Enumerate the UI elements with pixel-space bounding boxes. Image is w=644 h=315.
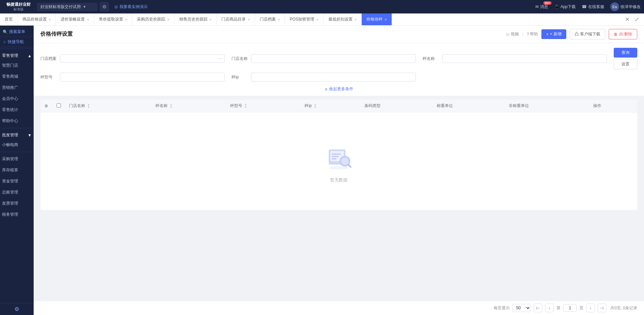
close-icon[interactable]: × <box>125 18 127 22</box>
sidebar-item-marketing[interactable]: 营销推广 <box>0 82 34 93</box>
help-link[interactable]: ? 帮助 <box>527 31 538 37</box>
message-button[interactable]: ✉ 消息 99+ <box>535 4 548 10</box>
filter-scale-name-label: 秤名称 <box>423 56 439 62</box>
sidebar-item-finance[interactable]: 资金管理 <box>0 176 34 187</box>
th-non-weight-unit: 非称重单位 <box>505 100 589 112</box>
expand-tab-button[interactable]: ⤢ <box>632 15 641 24</box>
video-link[interactable]: ▷ 视频 <box>507 31 519 37</box>
tab-sale-history[interactable]: 销售历史价跟踪 × <box>175 13 217 26</box>
app-download-button[interactable]: 📱 App下载 <box>554 4 576 10</box>
th-scale-model[interactable]: 秤型号 ▲▼ <box>226 100 300 112</box>
sidebar-settings-button[interactable]: ⚙ <box>0 303 34 315</box>
sidebar-section-wholesale[interactable]: 批发管理 ▼ <box>0 130 34 139</box>
pagination: 每页显示 50 10 20 100 ⊢ ‹ 算 页 › ⊣ 共0页, 0条记录 <box>34 301 644 315</box>
sidebar-section-retail-label: 零售管理 <box>2 53 18 59</box>
close-icon[interactable]: × <box>210 18 212 22</box>
download-button[interactable]: 凸 客户端下载 <box>570 29 605 39</box>
filter-scale-model-input[interactable] <box>60 73 225 81</box>
sidebar-item-inventory[interactable]: 库存核算 <box>0 165 34 176</box>
svg-line-5 <box>349 165 351 167</box>
close-icon[interactable]: × <box>87 18 89 22</box>
nav-icon: ☆ <box>3 40 6 44</box>
tab-pos-encrypt[interactable]: POS加密管理 × <box>285 13 324 26</box>
next-page-button[interactable]: › <box>586 304 595 312</box>
data-table: ⚙ 门店名称 ▲▼ 秤名称 ▲▼ 秤型号 <box>40 100 637 210</box>
delete-icon: 🗑 <box>614 32 618 37</box>
close-tab-button[interactable]: ✕ <box>622 15 632 24</box>
close-icon[interactable]: × <box>355 18 357 22</box>
close-icon[interactable]: × <box>49 18 51 22</box>
table-wrap: ⚙ 门店名称 ▲▼ 秤名称 ▲▼ 秤型号 <box>34 96 644 301</box>
chevron-up-icon: ∧ <box>325 87 328 92</box>
per-page-label: 每页显示 <box>494 305 510 311</box>
tab-goods-price[interactable]: 商品价格设置 × <box>18 13 56 26</box>
setting-button[interactable]: 设置 <box>614 59 637 69</box>
close-icon[interactable]: × <box>278 18 280 22</box>
th-scale-name[interactable]: 秤名称 ▲▼ <box>151 100 226 112</box>
sidebar-item-purchase-label: 采购管理 <box>2 156 18 162</box>
first-page-button[interactable]: ⊢ <box>534 304 542 312</box>
sidebar-nav[interactable]: ☆ 快捷导航 <box>0 37 34 47</box>
tab-store-catalog[interactable]: 门店商品目录 × <box>217 13 255 26</box>
online-service-button[interactable]: ☎ 在线客服 <box>582 4 604 10</box>
sidebar-section-wholesale-label: 批发管理 <box>2 132 18 138</box>
demo-label: 我要看实例演示 <box>119 4 148 10</box>
sidebar-item-retail-stats[interactable]: 零售统计 <box>0 104 34 115</box>
th-gear[interactable]: ⚙ <box>40 100 52 112</box>
th-store-name[interactable]: 门店名称 ▲▼ <box>65 100 151 112</box>
prev-page-button[interactable]: ‹ <box>545 304 554 312</box>
sidebar-item-tax[interactable]: 税务管理 <box>0 209 34 220</box>
app-label: App下载 <box>561 4 576 10</box>
tab-price-scale[interactable]: 价格传秤 × <box>362 13 392 26</box>
message-icon: ✉ <box>535 4 539 9</box>
sidebar-item-help[interactable]: 帮助中心 <box>0 115 34 127</box>
filter-scale-ip-input[interactable] <box>251 73 416 81</box>
demo-link[interactable]: ◎ 我要看实例演示 <box>114 4 148 10</box>
sidebar-item-xiaochang[interactable]: 小畅电商 <box>0 139 34 150</box>
app-selector[interactable]: 好业财标准版交付试用 ▾ <box>37 3 98 11</box>
demo-circle-icon: ◎ <box>114 4 118 9</box>
sidebar-item-invoice[interactable]: 发票管理 <box>0 198 34 209</box>
last-page-button[interactable]: ⊣ <box>598 304 606 312</box>
settings-icon[interactable]: ⚙ <box>100 2 109 11</box>
query-button[interactable]: 查询 <box>614 48 637 58</box>
tab-purchase-strategy[interactable]: 进价策略设置 × <box>56 13 94 26</box>
store-profile-ellipsis[interactable]: ··· <box>218 56 222 61</box>
tab-sale-extract[interactable]: 售价提取设置 × <box>94 13 132 26</box>
sidebar-item-retail-mall-label: 零售商城 <box>2 74 18 79</box>
close-icon[interactable]: × <box>248 18 250 22</box>
filter-scale-model: 秤型号 <box>40 73 225 81</box>
sidebar-search[interactable]: 🔍 搜索菜单 <box>0 26 34 37</box>
tab-store-profile[interactable]: 门店档案 × <box>255 13 285 26</box>
filter-store-name-label: 门店名称 <box>231 56 248 62</box>
close-icon[interactable]: × <box>385 18 387 22</box>
filter-store-profile-input[interactable] <box>63 56 218 61</box>
delete-button[interactable]: 🗑 自 删除 <box>609 29 637 39</box>
sidebar-item-retail-mall[interactable]: 零售商城 <box>0 71 34 82</box>
close-icon[interactable]: × <box>316 18 318 22</box>
setting-label: 设置 <box>621 61 630 67</box>
filter-area: 门店档案 ··· 门店名称 秤名称 查询 <box>34 43 644 96</box>
tab-purchase-history[interactable]: 采购历史价跟踪 × <box>132 13 174 26</box>
per-page-select[interactable]: 50 10 20 100 <box>512 304 531 312</box>
sidebar-item-ledger[interactable]: 总账管理 <box>0 187 34 198</box>
collapse-button[interactable]: ∧ 收起更多条件 <box>40 85 637 93</box>
sidebar-item-member[interactable]: 会员中心 <box>0 93 34 104</box>
tab-home[interactable]: 首页 <box>0 13 18 26</box>
close-icon[interactable]: × <box>167 18 169 22</box>
add-button[interactable]: + + 新增 <box>541 29 566 39</box>
tab-bar: 首页 商品价格设置 × 进价策略设置 × 售价提取设置 × 采购历史价跟踪 × … <box>0 13 644 26</box>
user-menu[interactable]: Ea 徐泽华修改 <box>610 2 641 11</box>
logo: 畅捷通好业财 标准版 <box>3 2 34 12</box>
sidebar-section-retail[interactable]: 零售管理 ▲ <box>0 50 34 60</box>
filter-store-name-input[interactable] <box>251 54 416 63</box>
filter-store-name: 门店名称 <box>231 54 416 63</box>
th-scale-ip[interactable]: 秤ip ▲▼ <box>300 100 360 112</box>
filter-scale-name-input[interactable] <box>442 54 607 63</box>
tab-min-discount[interactable]: 最低折扣设置 × <box>324 13 362 26</box>
th-checkbox[interactable] <box>52 100 65 112</box>
page-input[interactable] <box>563 304 577 312</box>
select-all-checkbox[interactable] <box>57 103 61 108</box>
sidebar-item-purchase[interactable]: 采购管理 <box>0 153 34 165</box>
sidebar-item-smart-store[interactable]: 智慧门店 <box>0 60 34 71</box>
